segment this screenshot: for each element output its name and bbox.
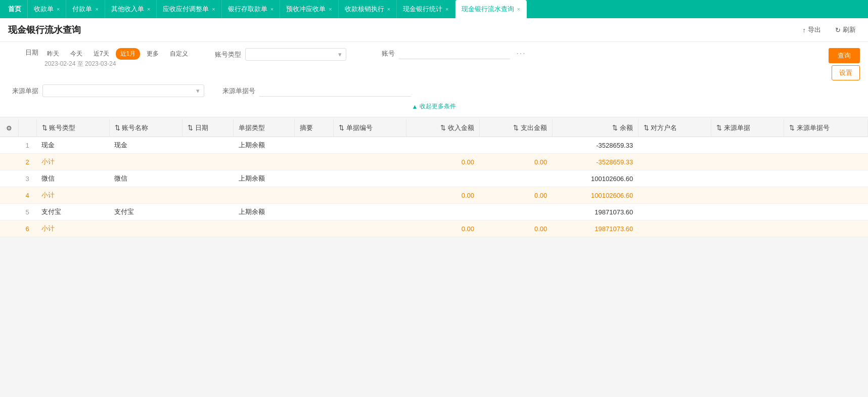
table-cell — [109, 220, 182, 237]
table-cell — [234, 187, 294, 204]
table-cell: 4 — [18, 187, 36, 204]
export-button[interactable]: ↑ 导出 — [799, 23, 826, 36]
table-cell — [109, 187, 182, 204]
date-options: 昨天 今天 近7天 近1月 更多 自定义 — [42, 48, 193, 60]
col-doc-no[interactable]: ⇅ 单据编号 — [334, 119, 406, 137]
close-payment-icon[interactable]: × — [95, 6, 98, 12]
table-cell: 0.00 — [479, 187, 552, 204]
table-cell — [0, 220, 18, 237]
query-button[interactable]: 查询 — [829, 48, 860, 63]
nav-other-income[interactable]: 其他收入单 × — [105, 0, 157, 18]
col-summary: 摘要 — [294, 119, 333, 137]
account-input[interactable] — [399, 48, 510, 59]
table-cell: 小计 — [36, 220, 109, 237]
close-adjustment-icon[interactable]: × — [212, 6, 215, 12]
table-cell — [234, 220, 294, 237]
close-bank-stats-icon[interactable]: × — [445, 6, 448, 12]
collapse-bar[interactable]: ▲ 收起更多条件 — [8, 100, 860, 113]
table-cell — [711, 220, 784, 237]
date-custom[interactable]: 自定义 — [165, 48, 193, 60]
source-doc-no-input[interactable] — [259, 85, 411, 97]
date-yesterday[interactable]: 昨天 — [42, 48, 64, 60]
close-writeoff-icon[interactable]: × — [387, 6, 390, 12]
table-cell: 2 — [18, 154, 36, 170]
nav-adjustment[interactable]: 应收应付调整单 × — [157, 0, 221, 18]
col-account-type[interactable]: ⇅ 账号类型 — [36, 119, 109, 137]
date-7days[interactable]: 近7天 — [89, 48, 114, 60]
col-account-name[interactable]: ⇅ 账号名称 — [109, 119, 182, 137]
table-cell: -3528659.33 — [552, 154, 638, 170]
nav-bank-flow[interactable]: 现金银行流水查询 × — [455, 0, 527, 18]
table-cell — [0, 204, 18, 220]
account-type-select[interactable]: ▾ — [245, 48, 346, 61]
page-header: 现金银行流水查询 ↑ 导出 ↻ 刷新 — [0, 18, 868, 42]
table-cell: 上期余额 — [234, 204, 294, 220]
account-dots-button[interactable]: ··· — [514, 49, 528, 58]
nav-payment[interactable]: 付款单 × — [66, 0, 105, 18]
refresh-button[interactable]: ↻ 刷新 — [831, 23, 860, 36]
close-receipt-icon[interactable]: × — [57, 6, 60, 12]
date-more[interactable]: 更多 — [142, 48, 163, 60]
table-row: 3微信微信上期余额100102606.60 — [0, 170, 868, 187]
table-cell — [406, 137, 479, 154]
source-doc-chevron-icon: ▾ — [196, 87, 200, 95]
table-cell — [711, 204, 784, 220]
table-cell: 支付宝 — [36, 204, 109, 220]
table-cell — [234, 154, 294, 170]
table-cell — [334, 137, 406, 154]
gear-icon[interactable]: ⚙ — [6, 124, 12, 132]
table-cell — [784, 220, 868, 237]
source-doc-label: 来源单据 — [8, 86, 38, 96]
col-counterparty[interactable]: ⇅ 对方户名 — [638, 119, 711, 137]
table-cell: 现金 — [36, 137, 109, 154]
nav-home[interactable]: 首页 — [2, 0, 28, 18]
nav-prepayment[interactable]: 预收冲应收单 × — [280, 0, 338, 18]
col-date[interactable]: ⇅ 日期 — [182, 119, 234, 137]
top-navigation: 首页 收款单 × 付款单 × 其他收入单 × 应收应付调整单 × 银行存取款单 … — [0, 0, 868, 18]
table-row: 2小计0.000.00-3528659.33 — [0, 154, 868, 170]
table-cell — [334, 220, 406, 237]
close-bank-flow-icon[interactable]: × — [517, 6, 520, 12]
col-source-doc[interactable]: ⇅ 来源单据 — [711, 119, 784, 137]
table-cell — [0, 137, 18, 154]
date-1month[interactable]: 近1月 — [116, 48, 141, 60]
table-cell — [784, 154, 868, 170]
table-cell — [406, 204, 479, 220]
col-expense[interactable]: ⇅ 支出金额 — [479, 119, 552, 137]
close-bank-deposit-icon[interactable]: × — [270, 6, 273, 12]
col-source-doc-no[interactable]: ⇅ 来源单据号 — [784, 119, 868, 137]
close-other-income-icon[interactable]: × — [147, 6, 150, 12]
settings-button[interactable]: 设置 — [832, 65, 860, 80]
nav-bank-stats[interactable]: 现金银行统计 × — [397, 0, 455, 18]
source-doc-select[interactable]: ▾ — [42, 84, 204, 97]
col-income[interactable]: ⇅ 收入金额 — [406, 119, 479, 137]
table-cell: 小计 — [36, 187, 109, 204]
table-row: 5支付宝支付宝上期余额19871073.60 — [0, 204, 868, 220]
table-cell — [784, 137, 868, 154]
nav-receipt[interactable]: 收款单 × — [28, 0, 66, 18]
col-balance[interactable]: ⇅ 余额 — [552, 119, 638, 137]
date-today[interactable]: 今天 — [66, 48, 87, 60]
account-type-chevron-icon: ▾ — [338, 51, 342, 58]
table-cell: 100102606.60 — [552, 170, 638, 187]
table-wrapper: ⚙ ⇅ 账号类型 ⇅ 账号名称 ⇅ 日期 单据类型 摘要 ⇅ 单据编号 — [0, 119, 868, 237]
nav-bank-deposit[interactable]: 银行存取款单 × — [222, 0, 280, 18]
nav-writeoff[interactable]: 收款核销执行 × — [339, 0, 397, 18]
table-row: 4小计0.000.00100102606.60 — [0, 187, 868, 204]
table-cell: 6 — [18, 220, 36, 237]
table-cell: 小计 — [36, 154, 109, 170]
close-prepayment-icon[interactable]: × — [329, 6, 332, 12]
table-cell — [294, 137, 333, 154]
table-cell: 0.00 — [479, 220, 552, 237]
table-cell — [638, 187, 711, 204]
collapse-up-icon: ▲ — [412, 103, 418, 110]
header-actions: ↑ 导出 ↻ 刷新 — [799, 23, 860, 36]
col-gear[interactable]: ⚙ — [0, 119, 18, 137]
table-cell — [0, 170, 18, 187]
table-cell — [294, 187, 333, 204]
table-cell: 0.00 — [406, 187, 479, 204]
table-cell — [479, 137, 552, 154]
table-cell — [711, 170, 784, 187]
table-cell — [711, 137, 784, 154]
table-cell — [182, 220, 234, 237]
